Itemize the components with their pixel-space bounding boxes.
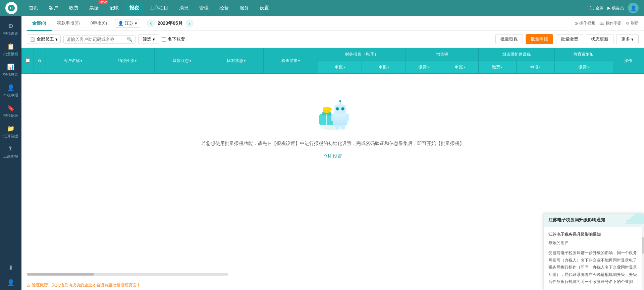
svg-rect-18	[346, 114, 349, 121]
th-vat-pay: 缴费 ▾	[406, 61, 442, 74]
tab-tax-declaration[interactable]: 税款申报(0)	[52, 16, 85, 31]
search-input[interactable]	[64, 35, 124, 43]
th-education-tax: 教育费附加	[555, 48, 613, 61]
nav-manage[interactable]: 管理	[195, 3, 213, 13]
sidebar-label-tax-overview: 报税总览	[3, 72, 18, 77]
next-month-button[interactable]: ›	[185, 19, 194, 27]
sidebar-item-download[interactable]: ⬇	[0, 261, 21, 275]
tax-records-icon: 🔖	[7, 104, 15, 112]
sidebar-item-tax-records[interactable]: 🔖 报税记录	[0, 101, 21, 121]
nav-message[interactable]: 消息	[174, 3, 193, 13]
sidebar-label-tax-settings: 报税设置	[3, 31, 18, 36]
sub-account-checkbox[interactable]	[162, 37, 166, 42]
th-edu-pay: 缴费 ▾	[555, 61, 613, 74]
download-icon: ⬇	[7, 264, 15, 272]
sidebar-item-tax-overview[interactable]: 📊 报税总览	[0, 60, 21, 80]
notification-scrollbar-thumb	[642, 237, 644, 254]
chevron-down-icon: ▾	[135, 21, 137, 26]
notification-decoration	[617, 214, 644, 224]
sidebar-item-user[interactable]: 👤	[0, 275, 21, 290]
top-right-controls: ⊙ 操作视频 📖 操作手册 ↻ 刷新	[575, 20, 639, 26]
nav-biz[interactable]: 工商项目	[145, 3, 173, 13]
settlement-icon: 📁	[7, 125, 15, 133]
empty-state-row: 若您想使用批量报税功能，请先在【报税设置】中进行报税的初始化设置，完成密码验证和…	[22, 74, 644, 180]
video-icon: ⊙	[575, 21, 578, 26]
employee-select-icon: 📋	[30, 37, 35, 42]
nav-invoice[interactable]: 票据 NEW	[85, 3, 103, 13]
filter-icon: ▾	[427, 65, 429, 69]
tabs-and-month-bar: 全部(0) 税款申报(0) 0申报(0) 👤 江苏 ▾ ‹ 2023年05月 ›…	[21, 16, 644, 31]
column-settings-icon[interactable]: ⚙	[38, 59, 42, 63]
sidebar-item-personal-tax[interactable]: 👤 个税申报	[0, 80, 21, 101]
batch-pay-btn[interactable]: 批量缴费	[556, 34, 583, 44]
refresh-btn[interactable]: ↻ 刷新	[626, 20, 639, 26]
nav-items: 首页 客户 收费 票据 NEW 记账 报税 工商项目 消息 管理 经营 服务 设…	[24, 3, 590, 13]
filter-icon: ▾	[244, 59, 246, 63]
nav-fee[interactable]: 收费	[64, 3, 83, 13]
nav-home[interactable]: 首页	[24, 3, 43, 13]
filter-button[interactable]: 筛选 ▾	[138, 34, 159, 44]
svg-point-14	[342, 108, 344, 110]
prev-month-button[interactable]: ‹	[147, 19, 155, 27]
nav-service[interactable]: 服务	[235, 3, 254, 13]
more-btn[interactable]: 更多 ▾	[616, 34, 639, 44]
batch-declare-btn[interactable]: 批量申报	[526, 34, 553, 44]
tax-overview-icon: 📊	[7, 63, 15, 71]
th-city-declare: 申报 ▾	[442, 61, 478, 74]
member-btn[interactable]: ▶ 畅会员	[607, 5, 624, 11]
search-button[interactable]: 🔍	[124, 35, 135, 43]
toolbar-buttons: 批量取数 批量申报 批量缴费 状态更新 更多 ▾	[495, 34, 639, 44]
toolbar: 📋 全部员工 ▾ 🔍 筛选 ▾ 名下账套 批量取数 批量申报 批量缴费 状态更新	[21, 31, 644, 48]
svg-rect-19	[335, 125, 339, 130]
video-tutorial-btn[interactable]: ⊙ 操作视频	[575, 20, 595, 26]
sidebar-item-settlement[interactable]: 📁 汇算清缴	[0, 121, 21, 142]
avatar[interactable]: 👤	[628, 3, 639, 13]
employee-select[interactable]: 📋 全部员工 ▾	[27, 34, 61, 44]
book-icon: 📖	[599, 21, 604, 26]
svg-rect-17	[331, 114, 334, 121]
th-vat: 增值税	[406, 48, 478, 61]
nav-bookkeeping[interactable]: 记账	[105, 3, 123, 13]
tab-all[interactable]: 全部(0)	[27, 16, 52, 31]
province-icon: 👤	[118, 21, 123, 26]
batch-tax-icon: 📋	[7, 43, 15, 51]
setup-link[interactable]: 立即设置	[323, 153, 342, 159]
more-chevron-icon: ▾	[631, 37, 634, 42]
fullscreen-btn[interactable]: ⛶ 全屏	[590, 5, 603, 11]
logo[interactable]	[5, 2, 17, 14]
filter-icon: ▾	[587, 65, 589, 69]
search-box: 🔍	[63, 35, 136, 44]
province-selector[interactable]: 👤 江苏 ▾	[115, 19, 140, 28]
th-fetch-status: 取数状态 ▾	[155, 48, 209, 74]
filter-icon: ▾	[190, 59, 191, 63]
select-all-checkbox[interactable]	[25, 58, 30, 63]
nav-customer[interactable]: 客户	[44, 3, 63, 13]
sidebar-item-batch-tax[interactable]: 📋 批量报税	[0, 39, 21, 60]
th-edu-declare: 申报 ▾	[517, 61, 555, 74]
status-update-btn[interactable]: 状态更新	[586, 34, 613, 44]
horizontal-scrollbar[interactable]	[27, 273, 228, 276]
nav-settings[interactable]: 设置	[255, 3, 274, 13]
top-nav: 首页 客户 收费 票据 NEW 记账 报税 工商项目 消息 管理 经营 服务 设…	[0, 0, 644, 16]
tab-zero-declaration[interactable]: 0申报(0)	[85, 16, 112, 31]
notification-salutation: 尊敬的用户:	[548, 239, 637, 247]
th-tax-type: 纳税性质 ▾	[100, 48, 155, 74]
scrollbar-thumb[interactable]	[27, 273, 94, 276]
sidebar-label-settlement: 汇算清缴	[3, 134, 18, 138]
nav-tax[interactable]: 报税	[125, 3, 144, 13]
batch-fetch-btn[interactable]: 批量取数	[495, 34, 523, 44]
th-customer-name: 客户名称 ▾	[46, 48, 100, 74]
th-settings: ⚙	[34, 48, 46, 74]
sub-account-checkbox-label: 名下账套	[162, 36, 185, 42]
notification-scrollbar[interactable]	[642, 227, 644, 290]
sidebar-item-tax-settings[interactable]: ⚙ 报税设置	[0, 19, 21, 39]
personal-tax-icon: 👤	[7, 84, 15, 92]
annual-report-icon: 🗓	[7, 145, 15, 153]
sidebar-label-tax-records: 报税记录	[3, 114, 18, 118]
warning-icon: ⚠	[27, 283, 31, 288]
manual-btn[interactable]: 📖 操作手册	[599, 20, 622, 26]
filter-icon: ▾	[464, 65, 465, 69]
sidebar-bottom-area: ⬇ 👤	[0, 261, 21, 290]
sidebar-item-annual-report[interactable]: 🗓 工商年报	[0, 142, 21, 162]
nav-operation[interactable]: 经营	[215, 3, 233, 13]
